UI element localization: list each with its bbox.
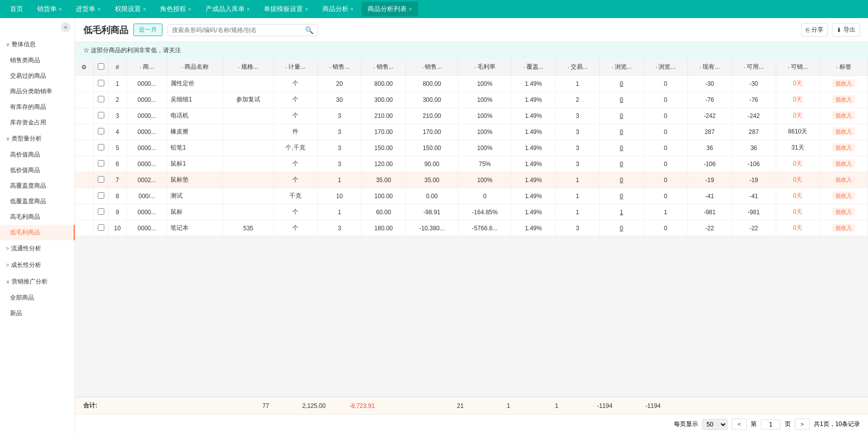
col-browse2[interactable]: ·浏览... xyxy=(643,59,687,76)
sidebar-collapse-button[interactable]: « xyxy=(61,22,71,32)
nav-item-销货单[interactable]: 销货单× xyxy=(31,2,68,17)
sidebar-group-1[interactable]: ∨类型量分析 xyxy=(0,130,75,147)
col-spec[interactable]: ·规格... xyxy=(223,59,273,76)
col-coverage[interactable]: ·覆盖... xyxy=(511,59,556,76)
nav-item-商品分析列表[interactable]: 商品分析列表× xyxy=(362,2,418,17)
row-checkbox-8[interactable] xyxy=(93,204,108,220)
search-icon[interactable]: 🔍 xyxy=(305,26,313,34)
row-select-5[interactable] xyxy=(98,160,104,167)
row-select-3[interactable] xyxy=(98,128,104,134)
nav-item-首页[interactable]: 首页 xyxy=(4,2,29,17)
row-browse1-2[interactable]: 0 xyxy=(600,108,644,124)
nav-close-icon[interactable]: × xyxy=(351,6,354,12)
row-checkbox-0[interactable] xyxy=(93,76,108,92)
export-button[interactable]: ⬇ 导出 xyxy=(832,23,860,37)
row-current-stock-8: -981 xyxy=(687,204,732,220)
row-browse1-0[interactable]: 0 xyxy=(600,76,644,92)
col-sales-profit[interactable]: ·销售... xyxy=(406,59,458,76)
row-spec-0 xyxy=(223,76,273,92)
row-select-1[interactable] xyxy=(98,96,104,102)
row-browse1-5[interactable]: 0 xyxy=(600,156,644,172)
share-button[interactable]: ⎘ 分享 xyxy=(801,23,828,37)
nav-item-商品分析[interactable]: 商品分析× xyxy=(316,2,360,17)
sidebar-item-低价值商品[interactable]: 低价值商品 xyxy=(0,163,75,178)
col-browse1[interactable]: ·浏览... xyxy=(600,59,644,76)
nav-item-角色授权[interactable]: 角色授权× xyxy=(154,2,197,17)
row-tag-9: 低收入 xyxy=(820,220,868,236)
row-checkbox-2[interactable] xyxy=(93,108,108,124)
row-sales-profit-9: -10,380... xyxy=(406,220,458,236)
col-sales-amt[interactable]: ·销售... xyxy=(362,59,406,76)
col-transactions[interactable]: ·交易... xyxy=(556,59,600,76)
col-code[interactable]: ·商... xyxy=(126,59,167,76)
col-saleable[interactable]: ·可销... xyxy=(776,59,820,76)
row-select-0[interactable] xyxy=(98,80,104,86)
row-checkbox-5[interactable] xyxy=(93,156,108,172)
col-settings[interactable]: ⚙ xyxy=(75,59,93,76)
nav-close-icon[interactable]: × xyxy=(305,6,308,12)
row-select-6[interactable] xyxy=(98,176,104,183)
col-sales-qty[interactable]: ·销售... xyxy=(317,59,362,76)
col-name[interactable]: ·商品名称 xyxy=(167,59,223,76)
row-select-7[interactable] xyxy=(98,192,104,199)
tag-badge-4: 低收入 xyxy=(832,143,855,152)
sidebar-item-高价值商品[interactable]: 高价值商品 xyxy=(0,147,75,163)
nav-close-icon[interactable]: × xyxy=(247,6,250,12)
sidebar-item-商品分类助销率[interactable]: 商品分类助销率 xyxy=(0,84,75,99)
row-select-2[interactable] xyxy=(98,112,104,118)
row-checkbox-7[interactable] xyxy=(93,188,108,204)
per-page-select[interactable]: 50 20 100 xyxy=(702,419,728,430)
nav-item-产成品入库单[interactable]: 产成品入库单× xyxy=(200,2,256,17)
row-browse1-8[interactable]: 1 xyxy=(600,204,644,220)
prev-page-button[interactable]: ＜ xyxy=(732,418,747,430)
sidebar-item-低覆盖度商品[interactable]: 低覆盖度商品 xyxy=(0,194,75,209)
nav-close-icon[interactable]: × xyxy=(188,6,191,12)
sidebar-item-销售类商品[interactable]: 销售类商品 xyxy=(0,53,75,68)
sidebar-item-交易过的商品[interactable]: 交易过的商品 xyxy=(0,68,75,84)
nav-item-权限设置[interactable]: 权限设置× xyxy=(109,2,152,17)
row-checkbox-6[interactable] xyxy=(93,172,108,188)
row-checkbox-4[interactable] xyxy=(93,140,108,156)
row-browse1-7[interactable]: 0 xyxy=(600,188,644,204)
row-browse1-9[interactable]: 0 xyxy=(600,220,644,236)
row-browse1-4[interactable]: 0 xyxy=(600,140,644,156)
sidebar-group-4[interactable]: ∨营销推广分析 xyxy=(0,273,75,290)
sidebar-item-有库存的商品[interactable]: 有库存的商品 xyxy=(0,99,75,115)
nav-close-icon[interactable]: × xyxy=(97,6,100,12)
row-code-1: 0000... xyxy=(126,92,167,108)
row-browse1-3[interactable]: 0 xyxy=(600,124,644,140)
nav-item-进货单[interactable]: 进货单× xyxy=(70,2,106,17)
filter-period-button[interactable]: 近一月 xyxy=(133,24,162,36)
col-available[interactable]: ·可用... xyxy=(732,59,776,76)
col-current-stock[interactable]: ·现有... xyxy=(687,59,732,76)
select-all-checkbox[interactable] xyxy=(98,63,104,70)
row-select-9[interactable] xyxy=(98,224,104,231)
row-select-4[interactable] xyxy=(98,144,104,151)
row-select-8[interactable] xyxy=(98,208,104,215)
sidebar-item-低毛利商品[interactable]: 低毛利商品 xyxy=(0,225,75,240)
col-select-all[interactable] xyxy=(93,59,108,76)
row-browse1-6[interactable]: 0 xyxy=(600,172,644,188)
col-gross-rate[interactable]: ·毛利率 xyxy=(458,59,511,76)
col-unit[interactable]: ·计量... xyxy=(273,59,317,76)
sidebar-group-2[interactable]: >流通性分析 xyxy=(0,240,75,257)
sidebar-group-0[interactable]: ∨整体信息 xyxy=(0,36,75,53)
row-checkbox-3[interactable] xyxy=(93,124,108,140)
nav-close-icon[interactable]: × xyxy=(59,6,62,12)
search-input[interactable] xyxy=(172,27,305,34)
sidebar-group-3[interactable]: >成长性分析 xyxy=(0,257,75,273)
sidebar-item-高覆盖度商品[interactable]: 高覆盖度商品 xyxy=(0,178,75,194)
row-checkbox-1[interactable] xyxy=(93,92,108,108)
nav-item-单据模板设置[interactable]: 单据模板设置× xyxy=(258,2,314,17)
row-checkbox-9[interactable] xyxy=(93,220,108,236)
nav-close-icon[interactable]: × xyxy=(143,6,146,12)
row-browse1-1[interactable]: 0 xyxy=(600,92,644,108)
next-page-button[interactable]: ＞ xyxy=(795,418,810,430)
sidebar-item-全部商品[interactable]: 全部商品 xyxy=(0,290,75,306)
sidebar-item-高毛利商品[interactable]: 高毛利商品 xyxy=(0,209,75,225)
sidebar-item-库存资金占用[interactable]: 库存资金占用 xyxy=(0,115,75,130)
page-number-input[interactable] xyxy=(761,419,781,429)
sidebar-item-新品[interactable]: 新品 xyxy=(0,306,75,321)
nav-close-icon[interactable]: × xyxy=(409,6,412,12)
col-tag[interactable]: ·标签 xyxy=(820,59,868,76)
